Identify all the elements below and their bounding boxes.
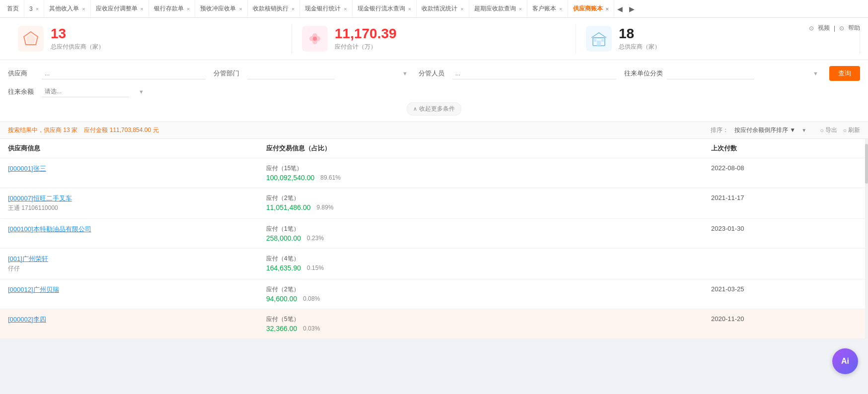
- supplier-link-3[interactable]: [000100]本特勒油品有限公司: [8, 225, 91, 233]
- nav-tab-other-income-close[interactable]: ×: [82, 6, 85, 12]
- collapse-button[interactable]: ∧ 收起更多条件: [407, 102, 461, 116]
- category-chevron-icon: ▼: [813, 70, 818, 76]
- supplier-sub-4: 仔仔: [8, 264, 266, 273]
- export-icon: ○: [820, 127, 824, 134]
- transaction-percent-2: 9.89%: [317, 204, 334, 211]
- transaction-row-3: 258,000.00 0.23%: [266, 234, 711, 242]
- scrollbar-thumb[interactable]: [865, 144, 868, 184]
- supplier-link-5[interactable]: [000012]广州贝瑞: [8, 286, 59, 293]
- filter-category: 往来单位分类 ▼: [624, 68, 822, 79]
- nav-arrow-right[interactable]: ▶: [626, 0, 638, 18]
- nav-tab-supplier-account-close[interactable]: ×: [606, 6, 609, 12]
- transaction-info-4: 应付（4笔） 164,635.90 0.15%: [266, 255, 711, 272]
- nav-tab-customer-account-close[interactable]: ×: [559, 6, 562, 12]
- supplier-info-5: [000012]广州贝瑞: [8, 285, 266, 295]
- col-header-last-payment: 上次付数: [711, 144, 860, 153]
- nav-tab-advance-collect-close[interactable]: ×: [239, 6, 242, 12]
- transaction-amount-4[interactable]: 164,635.90: [266, 264, 301, 272]
- video-link[interactable]: 视频: [818, 24, 830, 32]
- result-count-suffix: 家: [72, 127, 77, 133]
- last-payment-5: 2021-03-25: [711, 285, 860, 293]
- transaction-amount-3[interactable]: 258,000.00: [266, 234, 301, 242]
- nav-tab-bank-deposit-close[interactable]: ×: [187, 6, 190, 12]
- nav-tab-collect-verify-close[interactable]: ×: [291, 6, 294, 12]
- export-button[interactable]: ○ 导出: [820, 126, 837, 134]
- table-row: [000007]恒旺二手叉车 王通 17106110000 应付（2笔） 11,…: [0, 188, 868, 219]
- divider: |: [834, 25, 835, 32]
- transaction-info-5: 应付（2笔） 94,600.00 0.08%: [266, 285, 711, 303]
- refresh-button[interactable]: ○ 刷新: [843, 126, 860, 134]
- scrollbar-track[interactable]: [865, 139, 868, 339]
- svg-rect-9: [594, 39, 596, 42]
- summary-icon-flower: [302, 26, 328, 52]
- svg-rect-8: [597, 41, 601, 46]
- nav-tab-supplier-account[interactable]: 供应商账本 ×: [568, 0, 614, 18]
- transaction-amount-2[interactable]: 11,051,486.00: [266, 203, 311, 211]
- refresh-icon: ○: [843, 127, 847, 134]
- filter-supplier: 供应商: [8, 68, 206, 79]
- nav-tab-cash-bank-flow-close[interactable]: ×: [408, 6, 411, 12]
- transaction-percent-6: 0.03%: [303, 325, 320, 332]
- nav-tab-overdue-query[interactable]: 超期应收款查询 ×: [469, 0, 527, 18]
- balance-filter-input[interactable]: [42, 86, 129, 97]
- nav-tab-home-label: 首页: [7, 4, 19, 13]
- nav-tab-cash-bank-stat-close[interactable]: ×: [344, 6, 347, 12]
- svg-point-6: [313, 37, 317, 41]
- nav-tab-ar-adjust-close[interactable]: ×: [141, 6, 144, 12]
- result-amount: 111,703,854.00: [110, 127, 151, 133]
- dept-filter-label: 分管部门: [214, 69, 243, 78]
- transaction-amount-5[interactable]: 94,600.00: [266, 295, 297, 303]
- nav-tab-home[interactable]: 首页: [2, 0, 24, 18]
- transaction-info-3: 应付（1笔） 258,000.00 0.23%: [266, 225, 711, 242]
- nav-tab-cash-bank-flow[interactable]: 现金银行流水查询 ×: [353, 0, 417, 18]
- nav-tab-customer-account-label: 客户账本: [532, 4, 556, 13]
- balance-filter-label: 往来余额: [8, 87, 38, 96]
- nav-tab-customer-account[interactable]: 客户账本 ×: [527, 0, 568, 18]
- dept-filter-input[interactable]: [247, 68, 335, 79]
- total-suppliers-label: 总供应商（家）: [619, 43, 660, 51]
- refresh-label: 刷新: [848, 126, 860, 134]
- nav-tab-3[interactable]: 3 ×: [24, 0, 44, 18]
- transaction-amount-1[interactable]: 100,092,540.00: [266, 174, 314, 182]
- result-amount-suffix: 元: [153, 127, 159, 133]
- nav-arrow-left[interactable]: ◀: [614, 0, 626, 18]
- supplier-link-4[interactable]: [001]广州荣轩: [8, 255, 48, 263]
- help-link[interactable]: 帮助: [848, 24, 860, 32]
- nav-tab-bank-deposit[interactable]: 银行存款单 ×: [149, 0, 195, 18]
- transaction-amount-6[interactable]: 32,366.00: [266, 325, 297, 332]
- nav-tab-cash-bank-flow-label: 现金银行流水查询: [358, 4, 405, 13]
- supplier-filter-input[interactable]: [42, 68, 206, 79]
- person-filter-label: 分管人员: [419, 69, 448, 78]
- supplier-link-6[interactable]: [000002]李四: [8, 316, 46, 323]
- nav-tab-collect-stat-close[interactable]: ×: [460, 6, 463, 12]
- sort-value[interactable]: 按应付余额倒序排序 ▼: [734, 126, 796, 134]
- nav-tab-advance-collect[interactable]: 预收冲应收单 ×: [195, 0, 247, 18]
- transaction-label-3: 应付（1笔）: [266, 225, 711, 233]
- transaction-row-1: 100,092,540.00 89.61%: [266, 174, 711, 182]
- nav-tab-3-close[interactable]: ×: [36, 6, 39, 12]
- result-info: 搜索结果中，供应商 13 家 应付金额 111,703,854.00 元: [8, 126, 159, 134]
- nav-tab-collect-stat[interactable]: 收款情况统计 ×: [417, 0, 469, 18]
- help-icon: ⊙: [839, 25, 844, 32]
- nav-tab-other-income[interactable]: 其他收入单 ×: [44, 0, 90, 18]
- search-button[interactable]: 查询: [829, 66, 860, 81]
- supplier-link-1[interactable]: [000001]张三: [8, 165, 46, 172]
- payable-amount-number: 11,170.39: [335, 26, 397, 42]
- person-filter-input[interactable]: [452, 68, 616, 79]
- category-filter-input[interactable]: [667, 68, 754, 79]
- nav-tab-cash-bank-stat[interactable]: 现金银行统计 ×: [300, 0, 352, 18]
- nav-tab-ar-adjust[interactable]: 应收应付调整单 ×: [91, 0, 149, 18]
- summary-payable-amount: 11,170.39 应付合计（万）: [292, 24, 576, 54]
- supplier-link-2[interactable]: [000007]恒旺二手叉车: [8, 195, 72, 202]
- summary-bar: 13 总应付供应商（家） 11,170.39 应付合计（万）: [0, 18, 868, 60]
- total-suppliers-number: 18: [619, 26, 660, 42]
- result-supplier-count: 13: [63, 127, 70, 133]
- result-prefix: 搜索结果中，供应商: [8, 127, 62, 133]
- filter-row-2: 往来余额 ▼: [8, 86, 860, 97]
- filter-person: 分管人员: [419, 68, 616, 79]
- transaction-percent-3: 0.23%: [307, 235, 324, 242]
- nav-tab-overdue-query-close[interactable]: ×: [519, 6, 522, 12]
- nav-tab-collect-verify[interactable]: 收款核销执行 ×: [248, 0, 300, 18]
- svg-marker-1: [26, 34, 36, 44]
- supplier-filter-label: 供应商: [8, 69, 38, 78]
